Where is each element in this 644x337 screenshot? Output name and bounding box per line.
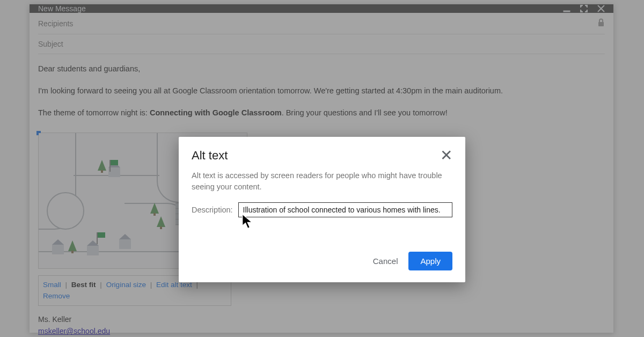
alt-text-input[interactable]: [238, 202, 452, 217]
description-label: Description:: [192, 206, 233, 214]
apply-button[interactable]: Apply: [408, 252, 452, 270]
alt-text-dialog: Alt text ✕ Alt text is accessed by scree…: [179, 137, 465, 282]
modal-overlay: Alt text ✕ Alt text is accessed by scree…: [0, 0, 644, 337]
dialog-description: Alt text is accessed by screen readers f…: [192, 170, 452, 193]
cancel-button[interactable]: Cancel: [373, 257, 398, 266]
dialog-title: Alt text: [192, 149, 440, 163]
close-icon[interactable]: ✕: [440, 151, 452, 160]
